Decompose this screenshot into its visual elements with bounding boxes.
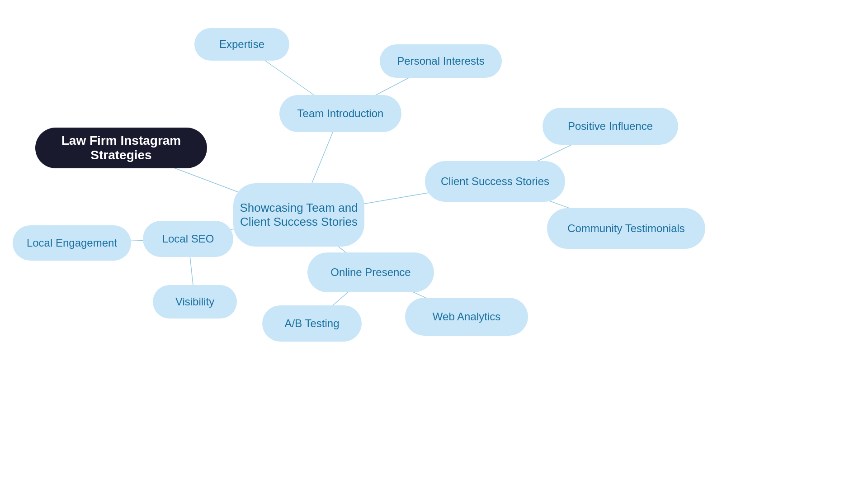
ab-testing-node: A/B Testing	[262, 305, 362, 342]
online-presence-node: Online Presence	[307, 252, 434, 292]
team-intro-label: Team Introduction	[297, 107, 384, 120]
center-label: Showcasing Team and Client Success Stori…	[233, 201, 364, 229]
local-seo-label: Local SEO	[162, 233, 214, 245]
local-seo-node: Local SEO	[143, 221, 233, 257]
personal-interests-node: Personal Interests	[380, 44, 502, 78]
community-testimonials-label: Community Testimonials	[567, 222, 685, 235]
ab-testing-label: A/B Testing	[285, 317, 340, 330]
visibility-node: Visibility	[153, 285, 237, 319]
web-analytics-label: Web Analytics	[433, 310, 500, 323]
positive-influence-node: Positive Influence	[542, 108, 678, 145]
personal-interests-label: Personal Interests	[397, 55, 484, 67]
visibility-label: Visibility	[175, 295, 214, 308]
root-node: Law Firm Instagram Strategies	[35, 128, 207, 168]
local-engagement-node: Local Engagement	[13, 225, 131, 261]
community-testimonials-node: Community Testimonials	[547, 208, 705, 249]
root-label: Law Firm Instagram Strategies	[35, 133, 207, 162]
team-intro-node: Team Introduction	[279, 95, 401, 132]
client-success-label: Client Success Stories	[441, 175, 549, 188]
local-engagement-label: Local Engagement	[27, 237, 117, 249]
expertise-node: Expertise	[194, 28, 289, 61]
web-analytics-node: Web Analytics	[405, 298, 528, 336]
center-node: Showcasing Team and Client Success Stori…	[233, 183, 364, 247]
expertise-label: Expertise	[219, 38, 264, 51]
client-success-node: Client Success Stories	[425, 161, 565, 202]
positive-influence-label: Positive Influence	[568, 120, 653, 133]
online-presence-label: Online Presence	[330, 266, 410, 279]
